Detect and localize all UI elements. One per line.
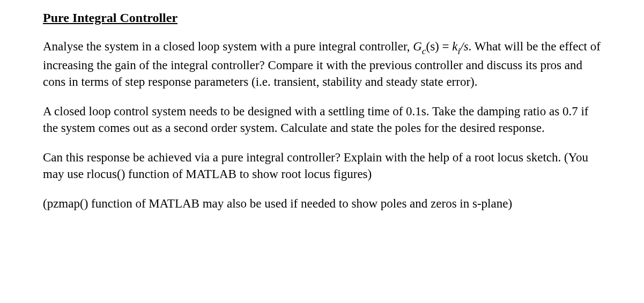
- p1-ki-i: i: [457, 46, 460, 56]
- p1-ki-k: k: [452, 40, 457, 53]
- section-heading: Pure Integral Controller: [43, 11, 601, 25]
- paragraph-1: Analyse the system in a closed loop syst…: [43, 38, 601, 90]
- p1-ki-rest: /s: [460, 40, 468, 53]
- p1-gc-paren: (s) =: [426, 40, 453, 53]
- p1-gc-c: c: [422, 46, 426, 56]
- paragraph-4: (pzmap() function of MATLAB may also be …: [43, 195, 601, 212]
- p1-gc-g: G: [413, 40, 422, 53]
- paragraph-2: A closed loop control system needs to be…: [43, 103, 601, 136]
- document-content: Pure Integral Controller Analyse the sys…: [0, 0, 644, 235]
- p1-text-1: Analyse the system in a closed loop syst…: [43, 40, 413, 53]
- paragraph-3: Can this response be achieved via a pure…: [43, 149, 601, 182]
